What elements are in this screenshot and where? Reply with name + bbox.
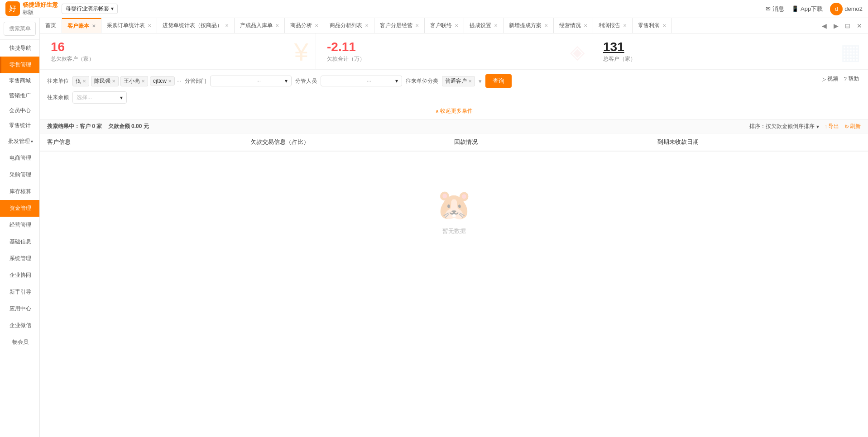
sidebar-item-basic[interactable]: 基础信息 [0, 233, 39, 250]
tab-customer-contact[interactable]: 客户联络 ✕ [425, 18, 464, 33]
chevron-down-icon: ▾ [31, 139, 33, 144]
filter-tag-unit-4: cjttcw ✕ [150, 76, 175, 86]
tab-close-icon[interactable]: ✕ [623, 23, 627, 28]
chevron-up-icon: ∧ [435, 108, 439, 114]
stat-value-customers: 16 [51, 40, 94, 54]
tab-close-icon[interactable]: ✕ [415, 23, 419, 28]
chevron-down-icon-sort[interactable]: ▾ [816, 124, 819, 130]
filter-tag-category-1: 普通客户 ✕ [442, 76, 475, 86]
sidebar-item-app-center[interactable]: 应用中心 [0, 300, 39, 317]
tab-product-analysis-list[interactable]: 商品分析列表 ✕ [324, 18, 374, 33]
balance-select[interactable]: 选择... ▾ [72, 91, 127, 104]
tab-close-icon[interactable]: ✕ [315, 23, 318, 28]
sidebar-item-finance[interactable]: 资金管理 [0, 200, 39, 217]
sidebar-item-purchase[interactable]: 采购管理 [0, 166, 39, 183]
table-container: 客户信息 欠款交易信息（占比） 回款情况 到期未收款日期 🐹 暂无数据 [40, 133, 868, 437]
sidebar-item-operation[interactable]: 经营管理 [0, 217, 39, 233]
sidebar-item-ecommerce[interactable]: 电商管理 [0, 150, 39, 166]
tab-inbound-stats[interactable]: 进货单统计表（按商品） ✕ [157, 18, 235, 33]
tab-product-analysis[interactable]: 商品分析 ✕ [285, 18, 324, 33]
tab-new-commission[interactable]: 新增提成方案 ✕ [504, 18, 554, 33]
collapse-button[interactable]: ∧ 收起更多条件 [435, 107, 473, 115]
tab-purchase-stats[interactable]: 采购订单统计表 ✕ [101, 18, 157, 33]
sidebar-item-inventory[interactable]: 库存核算 [0, 183, 39, 200]
tab-profit-report[interactable]: 利润报告 ✕ [593, 18, 633, 33]
filter-tag-close-1[interactable]: ✕ [82, 79, 86, 84]
sidebar-item-wholesale[interactable]: 批发管理 ▾ [0, 133, 39, 150]
tab-customer-ledger[interactable]: 客户账本 ✕ [62, 18, 101, 33]
video-help-button[interactable]: ▷ 视频 [822, 75, 838, 83]
stat-icon-2: ◈ [570, 40, 585, 62]
tab-close-icon[interactable]: ✕ [544, 23, 548, 28]
filter-tag-close-2[interactable]: ✕ [112, 79, 115, 84]
dept-select[interactable]: ··· ▾ [210, 76, 292, 86]
person-select[interactable]: ··· ▾ [321, 76, 402, 86]
filter-tag-close-3[interactable]: ✕ [141, 79, 145, 84]
sidebar-item-newbie[interactable]: 新手引导 [0, 284, 39, 300]
tab-close-icon[interactable]: ✕ [494, 23, 498, 28]
message-icon: ✉ [766, 5, 771, 12]
stats-row: ¥ 16 总欠款客户（家） ◈ -2.11 欠款合计（万） ▦ [40, 33, 868, 70]
chevron-down-icon-balance: ▾ [120, 95, 123, 101]
tab-close-icon[interactable]: ✕ [662, 23, 666, 28]
sidebar-item-wechat[interactable]: 企业微信 [0, 317, 39, 334]
search-menu-button[interactable]: 搜索菜单 [4, 22, 36, 36]
tab-close-icon[interactable]: ✕ [365, 23, 369, 28]
table-header: 客户信息 欠款交易信息（占比） 回款情况 到期未收款日期 [40, 133, 868, 152]
sidebar-item-retail-mall[interactable]: 零售商城 [0, 73, 39, 88]
export-button[interactable]: ↑ 导出 [825, 123, 839, 130]
query-button[interactable]: 查询 [485, 74, 512, 88]
sidebar-item-system[interactable]: 系统管理 [0, 250, 39, 267]
tab-close-icon[interactable]: ✕ [275, 23, 279, 28]
help-row: ▷ 视频 ? 帮助 [818, 73, 863, 85]
sidebar-item-retail[interactable]: 零售管理 [0, 57, 39, 73]
filter-tag-close-cat[interactable]: ✕ [468, 79, 472, 84]
topbar: 好 畅捷通好生意 标版 母婴行业演示帐套 ▾ ✉ 消息 📱 App下载 d de… [0, 0, 868, 18]
message-button[interactable]: ✉ 消息 [766, 5, 784, 13]
sidebar-item-member[interactable]: 会员中心 [0, 103, 39, 118]
help-button[interactable]: ? 帮助 [844, 75, 859, 83]
filter-more-button[interactable]: ··· [177, 78, 181, 84]
tab-next-button[interactable]: ▶ [831, 21, 841, 31]
stat-info-3: 131 总客户（家） [603, 40, 636, 63]
refresh-button[interactable]: ↻ 刷新 [844, 123, 861, 130]
chevron-down-icon-person: ▾ [395, 78, 398, 84]
sidebar-item-marketing[interactable]: 营销推广 [0, 88, 39, 103]
edition-selector[interactable]: 母婴行业演示帐套 ▾ [62, 4, 118, 14]
tab-close-icon[interactable]: ✕ [584, 23, 587, 28]
sidebar: 搜索菜单 快捷导航 零售管理 零售商城 营销推广 会员中心 零售统计 批发管理 … [0, 18, 40, 437]
tab-production[interactable]: 产成品入库单 ✕ [235, 18, 285, 33]
stat-info-1: 16 总欠款客户（家） [51, 40, 94, 63]
tab-retail-profit[interactable]: 零售利润 ✕ [633, 18, 672, 33]
tab-commission[interactable]: 提成设置 ✕ [464, 18, 504, 33]
tab-close-icon[interactable]: ✕ [225, 23, 229, 28]
app-download-button[interactable]: 📱 App下载 [791, 5, 823, 13]
tab-menu-button[interactable]: ⊟ [843, 21, 853, 31]
sidebar-item-enterprise[interactable]: 企业协同 [0, 267, 39, 284]
tab-customer-layer[interactable]: 客户分层经营 ✕ [374, 18, 425, 33]
filter-tag-unit-3: 王小亮 ✕ [120, 76, 148, 86]
person-extra-icon: ··· [367, 78, 371, 84]
sidebar-item-retail-stats[interactable]: 零售统计 [0, 118, 39, 133]
sidebar-item-quick-nav[interactable]: 快捷导航 [0, 40, 39, 57]
tab-close-icon[interactable]: ✕ [455, 23, 458, 28]
tab-close-icon[interactable]: ✕ [148, 23, 151, 28]
filter-tag-close-4[interactable]: ✕ [168, 79, 172, 84]
topbar-left: 好 畅捷通好生意 标版 母婴行业演示帐套 ▾ [5, 1, 118, 16]
refresh-icon: ↻ [844, 124, 849, 130]
tab-close-all-button[interactable]: ✕ [854, 21, 864, 31]
empty-icon: 🐹 [436, 188, 472, 222]
empty-text: 暂无数据 [442, 227, 466, 235]
tab-close-icon[interactable]: ✕ [92, 24, 96, 28]
help-icon: ? [844, 76, 847, 82]
tab-home[interactable]: 首页 [40, 18, 62, 33]
user-menu[interactable]: d demo2 [830, 3, 863, 15]
tab-operation[interactable]: 经营情况 ✕ [554, 18, 593, 33]
filter-row-2: 往来余额 选择... ▾ [47, 91, 861, 104]
tab-prev-button[interactable]: ◀ [819, 21, 829, 31]
dept-filter-label: 分管部门 [185, 77, 206, 85]
stat-icon-1: ¥ [294, 37, 308, 66]
sidebar-item-member2[interactable]: 畅会员 [0, 334, 39, 351]
stat-label-customers: 总欠款客户（家） [51, 55, 94, 63]
table-header-due-date: 到期未收款日期 [657, 138, 861, 146]
